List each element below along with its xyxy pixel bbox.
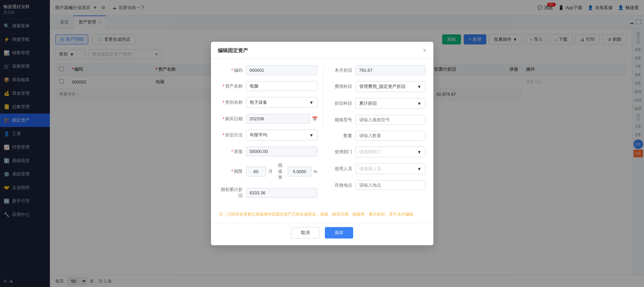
- quantity-label: 数量: [329, 133, 356, 139]
- monthly-depr-input[interactable]: [356, 65, 425, 75]
- form-row-purchase-date: *购买日期 📅: [219, 114, 317, 124]
- calendar-icon[interactable]: 📅: [312, 116, 317, 121]
- depr-method-select[interactable]: 年限平均 ▼: [246, 130, 317, 140]
- depr-subject-select[interactable]: 累计折旧 ▼: [356, 98, 425, 109]
- original-value-label: *原值: [219, 149, 246, 155]
- chevron-down-icon: ▼: [309, 133, 314, 138]
- modal-left-col: *编码 *资产名称 *类别名称: [219, 65, 317, 205]
- depr-method-label: *折旧方法: [219, 132, 246, 138]
- expense-subject-select[interactable]: 管理费用_固定资产折旧 ▼: [356, 81, 425, 92]
- depr-subject-label: 折旧科目: [329, 100, 356, 106]
- save-button[interactable]: 保存: [325, 227, 353, 238]
- period-unit: 月: [268, 168, 273, 174]
- code-label: *编码: [219, 67, 246, 73]
- form-row-dept: 使用部门 请选择部门 ▼: [329, 147, 425, 157]
- form-row-original-value: *原值: [219, 147, 317, 156]
- modal-header: 编辑固定资产 ×: [211, 42, 433, 59]
- original-value-input[interactable]: [246, 147, 317, 156]
- category-select[interactable]: 电子设备 ▼: [246, 97, 317, 108]
- form-row-depr-subject: 折旧科目 累计折旧 ▼: [329, 98, 425, 109]
- residual-label: 残值率: [278, 162, 286, 181]
- person-select[interactable]: 请选择人员 ▼: [356, 163, 425, 174]
- purchase-date-label: *购买日期: [219, 116, 246, 122]
- chevron-down-icon: ▼: [417, 150, 422, 155]
- initial-depr-input[interactable]: [246, 188, 317, 198]
- form-row-quantity: 数量: [329, 131, 425, 140]
- initial-depr-label: 期初累计折旧: [219, 187, 246, 199]
- form-row-initial-depr: 期初累计折旧: [219, 187, 317, 199]
- monthly-depr-label: 本月折旧: [329, 67, 356, 73]
- form-row-period: *期限 月 残值率 %: [219, 162, 317, 181]
- form-row-name: *资产名称: [219, 81, 317, 91]
- code-input[interactable]: [246, 65, 317, 75]
- chevron-down-icon: ▼: [417, 84, 422, 89]
- form-row-code: *编码: [219, 65, 317, 75]
- form-row-location: 存放地点: [329, 180, 425, 190]
- name-input[interactable]: [246, 81, 317, 91]
- chevron-down-icon: ▼: [309, 100, 314, 105]
- person-label: 使用人员: [329, 166, 356, 172]
- modal-close-button[interactable]: ×: [423, 47, 427, 54]
- form-row-monthly-depr: 本月折旧: [329, 65, 425, 75]
- expense-subject-label: 费用科目: [329, 84, 356, 90]
- modal-footer: 取消 保存: [211, 223, 433, 245]
- form-row-depr-method: *折旧方法 年限平均 ▼: [219, 130, 317, 140]
- spec-label: 规格型号: [329, 117, 356, 123]
- dept-label: 使用部门: [329, 149, 356, 155]
- modal-title: 编辑固定资产: [218, 47, 248, 54]
- chevron-down-icon: ▼: [417, 101, 422, 106]
- location-label: 存放地点: [329, 182, 356, 188]
- form-row-person: 使用人员 请选择人员 ▼: [329, 163, 425, 174]
- quantity-input[interactable]: [356, 131, 425, 140]
- form-row-category: *类别名称 电子设备 ▼: [219, 97, 317, 108]
- cancel-button[interactable]: 取消: [291, 227, 319, 238]
- modal-divider: [323, 67, 323, 127]
- period-input[interactable]: [246, 167, 266, 177]
- name-label: *资产名称: [219, 83, 246, 89]
- residual-value-input[interactable]: [288, 167, 311, 177]
- form-row-spec: 规格型号: [329, 115, 425, 125]
- residual-unit: %: [313, 169, 317, 174]
- edit-asset-modal: 编辑固定资产 × *编码 *资产名称: [211, 42, 433, 245]
- form-row-expense-subject: 费用科目 管理费用_固定资产折旧 ▼: [329, 81, 425, 92]
- modal-note: 注：已经存在变更记录或者对应固定资产已经生成凭证，原值、购买日期、残值率、累计折…: [211, 212, 433, 223]
- purchase-date-input[interactable]: [246, 114, 310, 124]
- modal-right-col: 本月折旧 费用科目 管理费用_固定资产折旧 ▼: [329, 65, 425, 205]
- spec-input[interactable]: [356, 115, 425, 125]
- category-label: *类别名称: [219, 99, 246, 105]
- dept-select[interactable]: 请选择部门 ▼: [356, 147, 425, 157]
- location-input[interactable]: [356, 180, 425, 190]
- modal-overlay: 编辑固定资产 × *编码 *资产名称: [0, 0, 644, 287]
- chevron-down-icon: ▼: [417, 166, 422, 171]
- period-label: *期限: [219, 168, 246, 174]
- modal-body: *编码 *资产名称 *类别名称: [211, 59, 433, 212]
